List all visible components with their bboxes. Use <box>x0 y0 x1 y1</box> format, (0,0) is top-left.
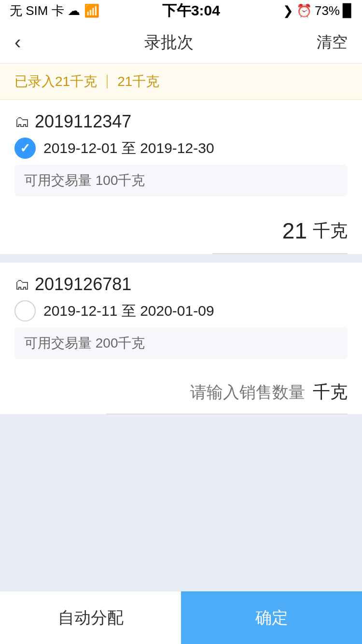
batch-date-2: 2019-12-11 至 2020-01-09 <box>43 301 214 321</box>
amount-value-1: 21 <box>282 218 307 244</box>
alarm-icon: ⏰ <box>296 3 312 18</box>
amount-row-1: 21 千克 <box>0 210 362 253</box>
page-title: 录批次 <box>144 31 194 54</box>
batch-icon-2: 🗂 <box>14 276 30 294</box>
nav-bar: ‹ 录批次 清空 <box>0 21 362 64</box>
batch-header-2: 🗂 2019126781 <box>14 274 348 294</box>
wifi-icon: 📶 <box>84 3 99 18</box>
status-bar-left: 无 SIM 卡 ☁ 📶 <box>10 2 99 19</box>
batch-item-1: 🗂 2019112347 ✓ 2019-12-01 至 2019-12-30 可… <box>0 100 362 210</box>
location-icon: ❯ <box>283 3 293 18</box>
batch-avail-text-1: 可用交易量 100千克 <box>24 173 145 188</box>
batch-date-row-1: ✓ 2019-12-01 至 2019-12-30 <box>14 138 348 159</box>
battery-label: 73% <box>315 3 340 18</box>
batch-section-2: 🗂 2019126781 2019-12-11 至 2020-01-09 可用交… <box>0 263 362 414</box>
batch-avail-box-1: 可用交易量 100千克 <box>14 165 348 196</box>
batch-avail-text-2: 可用交易量 200千克 <box>24 336 145 350</box>
total-label: 21千克 <box>117 72 159 91</box>
input-unit-2: 千克 <box>313 380 348 404</box>
no-sim-label: 无 SIM 卡 ☁ <box>10 2 80 19</box>
batch-avail-box-2: 可用交易量 200千克 <box>14 327 348 359</box>
batch-item-2: 🗂 2019126781 2019-12-11 至 2020-01-09 可用交… <box>0 263 362 373</box>
clear-button[interactable]: 清空 <box>317 32 348 53</box>
status-bar-time: 下午3:04 <box>162 1 220 21</box>
check-icon-1: ✓ <box>20 141 30 156</box>
status-bar-right: ❯ ⏰ 73% ▉ <box>283 3 352 18</box>
recorded-label: 已录入21千克 <box>14 72 97 91</box>
auto-distribute-button[interactable]: 自动分配 <box>0 591 181 644</box>
batch-icon-1: 🗂 <box>14 113 30 131</box>
qty-input-2[interactable] <box>122 383 305 402</box>
batch-id-2: 2019126781 <box>35 274 131 294</box>
status-bar: 无 SIM 卡 ☁ 📶 下午3:04 ❯ ⏰ 73% ▉ <box>0 0 362 21</box>
batch-date-row-2: 2019-12-11 至 2020-01-09 <box>14 300 348 322</box>
bottom-bar: 自动分配 确定 <box>0 591 362 644</box>
battery-icon: ▉ <box>343 3 352 18</box>
radio-button-2[interactable] <box>14 300 36 322</box>
summary-banner: 已录入21千克 21千克 <box>0 64 362 100</box>
back-button[interactable]: ‹ <box>14 31 21 53</box>
radio-button-1[interactable]: ✓ <box>14 138 36 159</box>
batch-date-1: 2019-12-01 至 2019-12-30 <box>43 139 214 158</box>
summary-divider <box>107 75 108 88</box>
amount-unit-1: 千克 <box>313 219 348 243</box>
confirm-button[interactable]: 确定 <box>181 591 362 644</box>
section-divider <box>0 254 362 263</box>
input-row-2: 千克 <box>0 373 362 414</box>
batch-section-1: 🗂 2019112347 ✓ 2019-12-01 至 2019-12-30 可… <box>0 100 362 254</box>
batch-header-1: 🗂 2019112347 <box>14 112 348 132</box>
batch-id-1: 2019112347 <box>35 112 131 132</box>
